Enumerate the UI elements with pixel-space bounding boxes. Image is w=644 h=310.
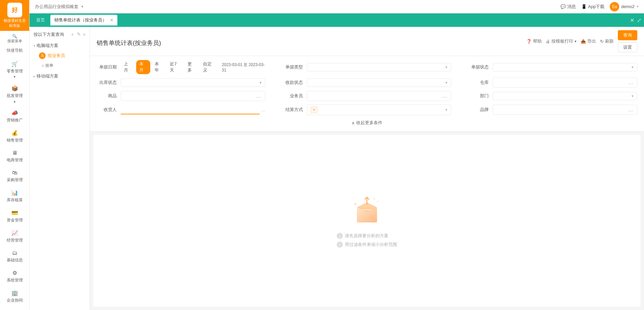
scheme-add-icon[interactable]: ＋ xyxy=(70,32,75,38)
svg-point-3 xyxy=(354,203,356,205)
operations-label: 经营管理 xyxy=(7,238,23,243)
doc-status-dropdown-icon: ▾ xyxy=(632,65,634,69)
goods-control: … xyxy=(121,91,265,101)
tab-home-label: 首页 xyxy=(36,17,45,23)
topbar-title: 办公用品行业模拟账套 xyxy=(35,4,78,10)
sidebar-item-finance[interactable]: 💳 资金管理 xyxy=(0,206,29,226)
warehouse-label: 仓库 xyxy=(462,80,489,86)
export-button[interactable]: 📤 导出 xyxy=(581,38,596,44)
scheme-desktop-header[interactable]: ▾ 电脑端方案 xyxy=(30,41,90,50)
brand-select[interactable]: … xyxy=(493,105,637,115)
query-button[interactable]: 查询 xyxy=(618,30,637,40)
doc-type-select[interactable]: ▾ xyxy=(307,63,451,71)
empty-tips: 1 请先选择要分析的方案 2 用过滤条件来缩小分析范围 xyxy=(337,233,397,248)
app-download-icon: 📱 xyxy=(581,4,587,9)
filter-row-1: 单据日期 上月 本月 本年 近7天 更多 自定义 2023-03-01 至 20… xyxy=(97,60,637,74)
topbar: 办公用品行业模拟账套 ▾ 💬 消息 📱 App下载 Ea demo2 ▾ xyxy=(30,0,644,13)
scheme-item-by-doc[interactable]: ≡ 按单 xyxy=(30,61,90,70)
topbar-dropdown-icon[interactable]: ▾ xyxy=(81,4,84,9)
dept-select[interactable]: ▾ xyxy=(493,92,637,100)
refresh-button[interactable]: ↻ 刷新 xyxy=(600,38,614,44)
basic-label: 基础信息 xyxy=(7,257,23,263)
scheme-doc-icon: ≡ xyxy=(42,63,44,68)
retail-label: 零售管理 xyxy=(7,68,23,74)
sidebar-item-sales[interactable]: 💰 销售管理 xyxy=(0,126,29,147)
receiver-input[interactable] xyxy=(121,105,260,114)
sidebar-item-marketing[interactable]: 📣 营销推广 xyxy=(0,106,29,126)
sidebar-item-system[interactable]: ⚙ 系统管理 xyxy=(0,266,29,287)
sidebar-item-purchase[interactable]: 🛍 采购管理 xyxy=(0,166,29,186)
payment-status-dropdown-icon: ▾ xyxy=(445,81,447,85)
sidebar-item-retail[interactable]: 🛒 零售管理 ▾ xyxy=(0,57,29,82)
date-tab-7days[interactable]: 近7天 xyxy=(167,60,183,74)
search-label: 搜索菜单 xyxy=(3,39,26,44)
tab-report-label: 销售单统计表（按业务员） xyxy=(54,17,107,23)
sidebar-quick-nav[interactable]: 快捷导航 xyxy=(0,46,29,55)
message-label: 消息 xyxy=(567,4,576,10)
date-tab-more[interactable]: 更多 xyxy=(184,60,199,74)
settings-button[interactable]: 设置 xyxy=(618,42,637,52)
goods-select[interactable]: … xyxy=(121,91,265,101)
filter-panel: 单据日期 上月 本月 本年 近7天 更多 自定义 2023-03-01 至 20… xyxy=(90,56,644,132)
tab-maximize-icon[interactable]: ⤢ xyxy=(637,17,641,23)
action-buttons: 查询 设置 xyxy=(618,30,637,52)
user-menu[interactable]: Ea demo2 ▾ xyxy=(610,2,639,11)
logo-text: 畅捷通好生意 xyxy=(4,18,26,23)
brand-dots-icon: … xyxy=(628,107,634,113)
scheme-item-by-salesman[interactable]: 员 按业务员 xyxy=(30,50,90,61)
date-tab-custom[interactable]: 自定义 xyxy=(200,60,218,74)
sidebar-item-newbie[interactable]: 🎓 新手引导 xyxy=(0,307,29,310)
out-status-select[interactable]: ▾ xyxy=(121,79,265,87)
doc-status-select[interactable]: ▾ xyxy=(493,63,637,71)
sidebar-item-ecommerce[interactable]: 🖥 电商管理 xyxy=(0,147,29,166)
collapse-button[interactable]: ∧ 收起更多条件 xyxy=(97,118,637,127)
help-button[interactable]: ❓ 帮助 xyxy=(526,38,542,44)
tab-close-window-icon[interactable]: ✕ xyxy=(630,17,634,23)
settlement-tag: × xyxy=(311,106,318,113)
doc-status-control: ▾ xyxy=(493,63,637,71)
scheme-edit-icon[interactable]: ✎ xyxy=(77,32,81,38)
message-button[interactable]: 💬 消息 xyxy=(560,4,576,10)
scheme-collapse-icon[interactable]: « xyxy=(83,32,86,38)
settlement-tag-close[interactable]: × xyxy=(313,107,315,112)
sidebar-item-wholesale[interactable]: 📦 批发管理 ▴ xyxy=(0,82,29,106)
wholesale-expand-icon: ▴ xyxy=(14,99,15,103)
date-tab-this-month[interactable]: 本月 xyxy=(136,60,150,74)
tabbar-actions: ✕ ⤢ xyxy=(630,17,641,23)
settlement-select[interactable]: × ▾ xyxy=(307,104,451,115)
doc-type-label: 单据类型 xyxy=(276,64,303,70)
app-download-button[interactable]: 📱 App下载 xyxy=(581,4,604,10)
tab-close-icon[interactable]: ✕ xyxy=(110,18,113,22)
date-tab-this-year[interactable]: 本年 xyxy=(152,60,166,74)
tab-home[interactable]: 首页 xyxy=(32,15,49,25)
print-button[interactable]: 🖨 按模板打印 ▾ xyxy=(546,38,577,44)
scheme-desktop-arrow: ▾ xyxy=(34,44,35,48)
tip-text-2: 用过滤条件来缩小分析范围 xyxy=(345,242,397,248)
print-icon: 🖨 xyxy=(546,39,550,44)
sidebar-logo[interactable]: 好 畅捷通好生意 标准版 xyxy=(0,0,29,31)
sidebar-item-operations[interactable]: 📈 经营管理 xyxy=(0,226,29,247)
collapse-label: 收起更多条件 xyxy=(356,120,382,126)
ecommerce-icon: 🖥 xyxy=(12,150,17,156)
out-status-dropdown-icon: ▾ xyxy=(260,81,262,85)
empty-state: 1 请先选择要分析的方案 2 用过滤条件来缩小分析范围 xyxy=(337,194,397,248)
warehouse-control: … xyxy=(493,78,637,88)
inventory-icon: 📊 xyxy=(11,190,18,196)
search-icon: 🔍 xyxy=(12,34,17,39)
system-label: 系统管理 xyxy=(7,277,23,283)
tab-report[interactable]: 销售单统计表（按业务员） ✕ xyxy=(50,15,117,25)
sidebar-item-inventory[interactable]: 📊 库存核算 xyxy=(0,186,29,206)
sidebar-search[interactable]: 🔍 搜索菜单 xyxy=(0,31,29,46)
user-avatar-text: Ea xyxy=(612,4,617,9)
salesman-select[interactable]: … xyxy=(307,91,451,101)
date-range-display: 2023-03-01 至 2023-03-31 xyxy=(222,62,265,72)
svg-point-5 xyxy=(374,198,375,200)
payment-status-select[interactable]: ▾ xyxy=(307,79,451,87)
tabbar: 首页 销售单统计表（按业务员） ✕ ✕ ⤢ xyxy=(30,13,644,27)
sidebar-item-enterprise[interactable]: 🏢 企业协同 xyxy=(0,287,29,307)
warehouse-select[interactable]: … xyxy=(493,78,637,88)
scheme-mobile-header[interactable]: ▸ 移动端方案 xyxy=(30,71,90,81)
doc-type-control: ▾ xyxy=(307,63,451,71)
date-tab-last-month[interactable]: 上月 xyxy=(121,60,135,74)
sidebar-item-basic[interactable]: 🗂 基础信息 xyxy=(0,247,29,266)
